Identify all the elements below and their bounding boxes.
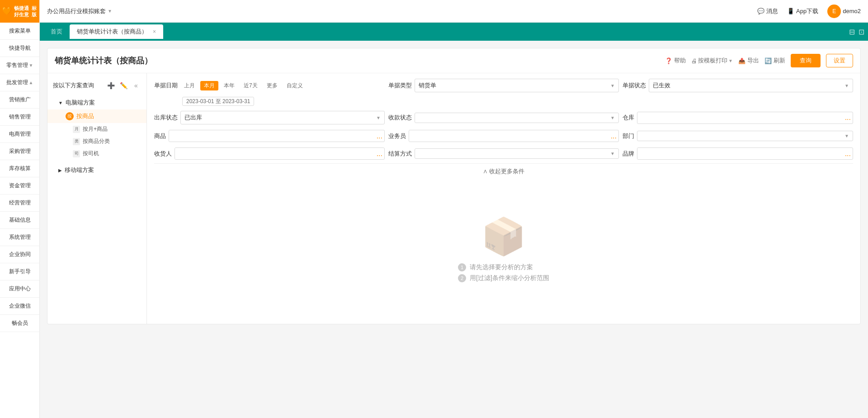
print-icon: 🖨 [691,57,697,64]
current-month-tag[interactable]: 本月 [200,81,218,90]
sidebar-item-wholesale[interactable]: 批发管理 ▲ [0,74,39,91]
empty-illustration: 📦 [481,215,526,258]
sidebar-item-purchase[interactable]: 采购管理 [0,143,39,160]
sidebar-item-wechat[interactable]: 企业微信 [0,298,39,315]
warehouse2-picker-button[interactable]: ... [843,114,853,122]
messages-button[interactable]: 💬 消息 [757,7,778,15]
more-tag[interactable]: 更多 [263,81,281,90]
tab-close-button[interactable]: × [153,28,156,35]
export-button[interactable]: 📤 导出 [738,57,759,65]
staff-input[interactable] [409,130,609,142]
scheme-by-goods[interactable]: 按 按商品 [47,109,146,123]
sidebar-item-member[interactable]: 畅会员 [0,315,39,332]
download-icon: 📱 [787,8,794,14]
pc-section-title[interactable]: ▼ 电脑端方案 [47,96,146,109]
staff-picker-button[interactable]: ... [609,132,618,140]
filter-form-panel: 单据日期 上月 本月 本年 近7天 更多 自定义 [147,73,860,324]
receiver-picker-button[interactable]: ... [375,150,384,158]
staff-cell: 业务员 ... [388,130,619,142]
tab-actions: ⊟ ⊡ [849,28,864,36]
sidebar-item-retail[interactable]: 零售管理 ▼ [0,57,39,74]
sidebar-item-enterprise[interactable]: 企业协同 [0,246,39,263]
scheme-by-driver[interactable]: 司 按司机 [47,147,146,160]
sidebar-item-ecommerce[interactable]: 电商管理 [0,126,39,143]
refresh-icon: 🔄 [764,57,772,64]
receiver-input[interactable] [175,148,375,159]
year-tag[interactable]: 本年 [220,81,238,90]
brand-input[interactable] [637,148,843,159]
sidebar-item-quick-nav[interactable]: 快捷导航 [0,40,39,57]
goods-picker-button[interactable]: ... [375,132,384,140]
type-filter-cell: 单据类型 销货单 ▼ [388,79,619,92]
chevron-down-icon: ▼ [376,115,381,120]
query-button[interactable]: 查询 [791,54,821,67]
filter-panel-icons: ➕ ✏️ « [106,81,141,90]
prev-month-tag[interactable]: 上月 [180,81,198,90]
receiver-input-group: ... [175,147,385,160]
staff-input-group: ... [409,130,619,142]
print-button[interactable]: 🖨 按模板打印 ▼ [691,57,733,65]
warehouse-status-select[interactable]: 已出库 ▼ [180,111,385,124]
filter-row-1: 单据日期 上月 本月 本年 近7天 更多 自定义 [154,79,853,92]
filter-panel-header: 按以下方案查询 ➕ ✏️ « [47,77,146,94]
chevron-down-icon: ▼ [610,151,615,156]
chevron-down-icon: ▼ [844,133,849,138]
refresh-button[interactable]: 🔄 刷新 [764,57,785,65]
scheme-by-goods-category[interactable]: 类 按商品分类 [47,135,146,147]
type-select-container: 销货单 ▼ [415,79,619,92]
settle-select[interactable]: ▼ [415,148,619,159]
empty-tip-2: 2 用[过滤]条件来缩小分析范围 [458,274,549,282]
sidebar-item-basic[interactable]: 基础信息 [0,212,39,229]
header-actions: ❓ 帮助 🖨 按模板打印 ▼ 📤 导出 🔄 刷新 [665,54,853,67]
sidebar-item-guide[interactable]: 新手引导 [0,263,39,280]
sidebar-item-apps[interactable]: 应用中心 [0,280,39,298]
sidebar-item-search[interactable]: 搜索菜单 [0,23,39,40]
export-icon: 📤 [738,57,745,64]
sidebar-item-operations[interactable]: 经营管理 [0,195,39,212]
settings-button[interactable]: 设置 [826,54,853,67]
custom-tag[interactable]: 自定义 [283,81,307,90]
avatar: E [827,5,841,18]
edit-scheme-button[interactable]: ✏️ [118,81,128,90]
collapse-panel-button[interactable]: « [131,81,141,90]
sidebar-item-finance[interactable]: 资金管理 [0,177,39,195]
goods-input[interactable] [169,130,375,142]
page-title: 销货单统计计表（按商品） [55,55,152,66]
empty-tip-1: 1 请先选择要分析的方案 [458,263,549,271]
7days-tag[interactable]: 近7天 [240,81,261,90]
add-scheme-button[interactable]: ➕ [106,81,116,90]
filter-row-2: 出库状态 已出库 ▼ 收款状态 [154,111,853,124]
sidebar-item-marketing[interactable]: 营销推广 [0,91,39,109]
sidebar: 🧡 畅捷通好生意 标版 搜索菜单 快捷导航 零售管理 ▼ 批发管理 ▲ 营销推广… [0,0,40,418]
status-select[interactable]: 已生效 ▼ [649,79,853,92]
tip2-number: 2 [458,274,466,282]
warehouse2-input-group: ... [637,112,853,124]
app-download-button[interactable]: 📱 App下载 [787,7,818,15]
sidebar-item-system[interactable]: 系统管理 [0,229,39,246]
minimize-button[interactable]: ⊟ [849,28,855,36]
sidebar-item-inventory[interactable]: 库存核算 [0,160,39,177]
help-button[interactable]: ❓ 帮助 [665,57,686,65]
payment-select[interactable]: ▼ [415,113,619,123]
filter-scheme-panel: 按以下方案查询 ➕ ✏️ « ▼ 电脑端方案 [47,73,147,324]
mobile-section-title[interactable]: ▶ 移动端方案 [47,163,146,177]
topbar-right: 💬 消息 📱 App下载 E demo2 [757,5,861,18]
tab-sales-stats[interactable]: 销货单统计计表（按商品） × [70,24,163,39]
chevron-up-icon: ▲ [29,80,33,85]
scheme-sub-icon2: 类 [73,138,80,145]
sidebar-item-sales[interactable]: 销售管理 [0,109,39,126]
brand-cell: 品牌 ... [623,147,853,160]
tab-home[interactable]: 首页 [43,24,70,39]
type-select[interactable]: 销货单 ▼ [415,79,619,92]
collapse-button[interactable]: ∧ 收起更多条件 [154,163,853,179]
date-filter-cell: 单据日期 上月 本月 本年 近7天 更多 自定义 [154,79,385,92]
maximize-button[interactable]: ⊡ [859,28,864,36]
scheme-by-month-goods[interactable]: 月 按月+商品 [47,123,146,135]
chevron-down-icon: ▼ [844,83,849,88]
dept-select[interactable]: ▼ [637,131,853,141]
page-content: 销货单统计计表（按商品） ❓ 帮助 🖨 按模板打印 ▼ 📤 导出 [40,41,868,418]
warehouse-status-cell: 出库状态 已出库 ▼ [154,111,385,124]
warehouse2-input[interactable] [637,112,843,124]
user-menu[interactable]: E demo2 [827,5,861,18]
brand-picker-button[interactable]: ... [843,150,853,158]
